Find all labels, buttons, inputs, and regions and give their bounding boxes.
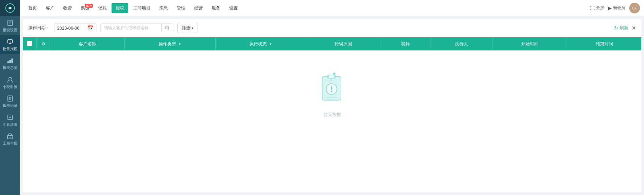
nav-item-piaoju[interactable]: 票据 new <box>77 3 93 13</box>
fullscreen-icon: ⛶ <box>590 5 595 11</box>
nav-item-gongshang-xiangmu[interactable]: 工商项目 <box>129 3 155 13</box>
toolbar-right: ↻ 刷新 ✕ <box>614 25 636 31</box>
table-wrap: ⚙ 客户名称 操作类型 ▼ 执行状态 ▼ <box>23 37 641 192</box>
nav-item-kehu[interactable]: 客户 <box>42 3 58 13</box>
svg-rect-34 <box>326 97 338 98</box>
sidebar-item-gongshang-nianbao[interactable]: 工商年报 <box>0 129 20 148</box>
sidebar-item-geshuishenbi[interactable]: 个税申报 <box>0 73 20 92</box>
close-button[interactable]: ✕ <box>632 25 636 31</box>
nav-item-baoshui[interactable]: 报税 <box>112 3 128 13</box>
sidebar-item-piliang-baoshui[interactable]: 批量报税 <box>0 35 20 54</box>
date-label: 操作日期： <box>28 25 50 31</box>
nav-item-jingying[interactable]: 经营 <box>190 3 207 13</box>
col-exec-status[interactable]: 执行状态 ▼ <box>215 37 306 50</box>
gear-icon: ⚙ <box>41 41 45 46</box>
svg-rect-32 <box>331 86 332 90</box>
col-op-type[interactable]: 操作类型 ▼ <box>125 37 215 50</box>
svg-line-22 <box>168 29 170 30</box>
table-body: 暂无数据 <box>23 50 641 138</box>
main-area: 首页 客户 收费 票据 new 记账 报税 工商项目 消息 管理 经营 服务 设… <box>20 0 644 195</box>
nav-items: 首页 客户 收费 票据 new 记账 报税 工商项目 消息 管理 经营 服务 设… <box>24 3 590 13</box>
baoshui-zongjian-icon <box>6 56 14 65</box>
baoshui-shezhi-icon <box>6 19 14 27</box>
col-error-reason: 错误原因 <box>306 37 381 50</box>
nav-item-jizhang[interactable]: 记账 <box>94 3 111 13</box>
chevron-down-icon: ▾ <box>192 26 194 30</box>
svg-rect-35 <box>326 99 334 100</box>
col-checkbox <box>23 37 37 50</box>
refresh-button[interactable]: ↻ 刷新 <box>614 25 628 31</box>
user-avatar[interactable]: CE <box>629 3 640 13</box>
col-executor: 执行人 <box>430 37 492 50</box>
select-all-checkbox[interactable] <box>27 41 32 46</box>
huisuan-jiaona-icon <box>6 113 14 121</box>
empty-state: 暂无数据 <box>23 50 641 138</box>
col-tax-type: 税种 <box>381 37 430 50</box>
refresh-icon: ↻ <box>614 25 618 31</box>
piliang-baoshui-icon <box>6 38 14 46</box>
member-button[interactable]: ▶ 畅会员 <box>608 5 625 11</box>
fullscreen-button[interactable]: ⛶ 全屏 <box>590 5 604 11</box>
svg-rect-10 <box>11 58 13 63</box>
toolbar: 操作日期： 📅 筛选 ▾ ↻ <box>23 19 641 37</box>
op-type-sort-icon: ▼ <box>178 42 181 46</box>
content-area: 操作日期： 📅 筛选 ▾ ↻ <box>23 19 641 192</box>
col-client-name: 客户名称 <box>50 37 125 50</box>
sidebar: 报税设置 批量报税 报税总览 个税申报 <box>0 0 20 195</box>
sidebar-item-huisuan-jiaona[interactable]: 汇算清缴 <box>0 111 20 129</box>
svg-point-1 <box>9 7 11 9</box>
nav-item-shouye[interactable]: 首页 <box>24 3 41 13</box>
svg-rect-9 <box>9 60 11 63</box>
date-input[interactable] <box>57 26 86 31</box>
data-table: ⚙ 客户名称 操作类型 ▼ 执行状态 ▼ <box>23 37 641 138</box>
nav-item-shoufei[interactable]: 收费 <box>59 3 76 13</box>
search-input[interactable] <box>101 24 161 32</box>
filter-button[interactable]: 筛选 ▾ <box>177 23 198 33</box>
col-gear[interactable]: ⚙ <box>37 37 50 50</box>
video-icon: ▶ <box>608 5 612 11</box>
top-navigation: 首页 客户 收费 票据 new 记账 报税 工商项目 消息 管理 经营 服务 设… <box>20 0 644 16</box>
search-button[interactable] <box>161 24 173 32</box>
nav-item-xiaosi[interactable]: 消息 <box>155 3 172 13</box>
nav-item-shezhi[interactable]: 设置 <box>225 3 242 13</box>
date-picker[interactable]: 📅 <box>54 24 96 32</box>
col-start-time: 开始时间 <box>492 37 567 50</box>
gongshang-nianbao-icon <box>6 132 14 140</box>
exec-status-sort-icon: ▼ <box>269 42 272 46</box>
empty-text: 暂无数据 <box>324 112 341 118</box>
calendar-icon: 📅 <box>88 25 93 31</box>
geshuishenbi-icon <box>6 76 14 84</box>
sidebar-item-baoshui-zongjian[interactable]: 报税总览 <box>0 54 20 73</box>
piaoju-badge: new <box>85 4 93 8</box>
svg-point-20 <box>10 137 11 138</box>
table-header-row: ⚙ 客户名称 操作类型 ▼ 执行状态 ▼ <box>23 37 641 50</box>
svg-point-11 <box>9 77 11 80</box>
search-box <box>100 24 173 32</box>
svg-rect-8 <box>7 61 9 63</box>
nav-item-guanli[interactable]: 管理 <box>173 3 189 13</box>
nav-item-fuwu[interactable]: 服务 <box>208 3 224 13</box>
svg-rect-29 <box>329 75 334 78</box>
topnav-right: ⛶ 全屏 ▶ 畅会员 CE <box>590 3 640 13</box>
baoshui-jilu-icon <box>6 94 14 103</box>
sidebar-item-baoshui-jilu[interactable]: 报税记录 <box>0 92 20 111</box>
svg-point-33 <box>331 91 332 92</box>
empty-illustration <box>315 71 349 108</box>
empty-row: 暂无数据 <box>23 50 641 138</box>
sidebar-item-baoshui-shezhi[interactable]: 报税设置 <box>0 16 20 35</box>
sidebar-logo <box>0 0 20 16</box>
col-end-time: 结束时间 <box>567 37 641 50</box>
